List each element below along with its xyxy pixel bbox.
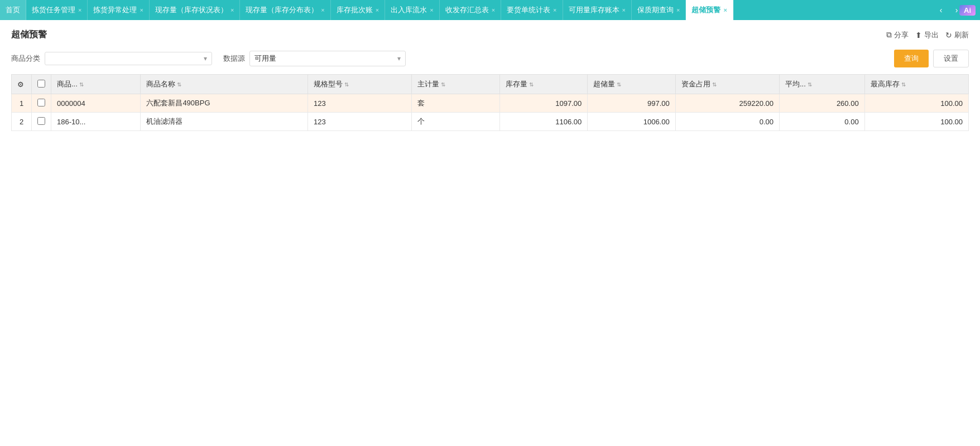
sort-avg-icon: ⇅ [808,81,812,88]
share-label: 分享 [894,30,909,40]
sort-maxstock-icon: ⇅ [901,81,906,88]
ai-badge[interactable]: Ai [959,5,976,16]
td-name-0: 六配套新昌490BPG [141,94,308,113]
th-checkbox[interactable] [32,75,51,94]
export-label: 导出 [924,30,939,40]
sort-capital[interactable]: 资金占用 ⇅ [681,79,717,89]
nav-close-icon-2[interactable]: × [140,7,143,13]
refresh-icon: ↻ [945,31,952,40]
gear-icon: ⚙ [17,80,24,89]
th-spec[interactable]: 规格型号 ⇅ [308,75,412,94]
row-checkbox-0[interactable] [37,99,45,106]
datasource-chevron-icon: ▾ [397,55,401,62]
nav-item-2[interactable]: 拣货异常处理 × [88,0,149,20]
header-actions: ⧉ 分享 ⬆ 导出 ↻ 刷新 [886,30,969,40]
sort-overflow[interactable]: 超储量 ⇅ [593,79,621,89]
nav-close-icon-6[interactable]: × [430,7,433,13]
td-index-0: 1 [12,94,32,113]
filter-group-datasource: 数据源 可用量 ▾ [223,51,406,66]
nav-item-9[interactable]: 可用量库存账本 × [563,0,632,20]
td-name-1: 机油滤清器 [141,113,308,131]
sort-maxstock[interactable]: 最高库存 ⇅ [871,79,906,89]
th-code[interactable]: 商品... ⇅ [51,75,141,94]
td-code-0: 0000004 [51,94,141,113]
td-overflow-0: 997.00 [588,94,675,113]
td-capital-0: 259220.00 [675,94,779,113]
table-header-row: ⚙ 商品... ⇅ 商品名称 ⇅ [12,75,969,94]
sort-avg[interactable]: 平均... ⇅ [785,79,812,89]
td-unit-1: 个 [412,113,499,131]
share-action[interactable]: ⧉ 分享 [886,30,909,40]
th-avg[interactable]: 平均... ⇅ [779,75,864,94]
sort-name[interactable]: 商品名称 ⇅ [146,79,181,89]
th-capital[interactable]: 资金占用 ⇅ [675,75,779,94]
category-select[interactable]: ▾ [45,52,212,65]
nav-prev-button[interactable]: ‹ [933,0,949,20]
th-code-label: 商品... [57,79,78,89]
datasource-label: 数据源 [223,54,245,64]
settings-button[interactable]: 设置 [933,50,969,67]
td-stock-1: 1106.00 [499,113,587,131]
main-content: 超储预警 ⧉ 分享 ⬆ 导出 ↻ 刷新 商品分类 ▾ 数据源 [0,20,980,446]
row-checkbox-1[interactable] [37,117,45,125]
th-stock[interactable]: 库存量 ⇅ [499,75,587,94]
th-overflow-label: 超储量 [593,79,615,89]
th-spec-label: 规格型号 [314,79,343,89]
td-spec-1: 123 [308,113,412,131]
td-avg-1: 0.00 [779,113,864,131]
sort-code-icon: ⇅ [79,81,84,88]
nav-item-4[interactable]: 现存量（库存分布表） × [240,0,330,20]
nav-item-6[interactable]: 出入库流水 × [385,0,439,20]
td-maxstock-0: 100.00 [864,94,968,113]
nav-item-3[interactable]: 现存量（库存状况表） × [150,0,240,20]
datasource-value: 可用量 [254,54,276,64]
export-icon: ⬆ [915,31,922,40]
th-name[interactable]: 商品名称 ⇅ [141,75,308,94]
select-all-checkbox[interactable] [37,80,45,88]
filter-actions: 查询 设置 [894,50,969,67]
category-chevron-icon: ▾ [204,55,207,62]
refresh-action[interactable]: ↻ 刷新 [945,30,969,40]
export-action[interactable]: ⬆ 导出 [915,30,939,40]
nav-item-0[interactable]: 首页 [0,0,26,20]
td-capital-1: 0.00 [675,113,779,131]
sort-code[interactable]: 商品... ⇅ [57,79,84,89]
nav-bar: 首页拣货任务管理 ×拣货异常处理 ×现存量（库存状况表） ×现存量（库存分布表）… [0,0,980,20]
sort-unit[interactable]: 主计量 ⇅ [417,79,445,89]
query-button[interactable]: 查询 [894,50,929,67]
sort-stock[interactable]: 库存量 ⇅ [506,79,534,89]
nav-item-7[interactable]: 收发存汇总表 × [440,0,501,20]
th-maxstock[interactable]: 最高库存 ⇅ [864,75,968,94]
nav-close-icon-9[interactable]: × [622,7,626,13]
table-row: 10000004六配套新昌490BPG123套1097.00997.002592… [12,94,969,113]
th-unit[interactable]: 主计量 ⇅ [412,75,499,94]
sort-stock-icon: ⇅ [529,81,534,88]
nav-item-1[interactable]: 拣货任务管理 × [26,0,88,20]
th-capital-label: 资金占用 [681,79,710,89]
datasource-select[interactable]: 可用量 ▾ [249,51,406,66]
refresh-label: 刷新 [954,30,969,40]
nav-item-8[interactable]: 要货单统计表 × [501,0,563,20]
th-unit-label: 主计量 [417,79,439,89]
nav-close-icon-3[interactable]: × [230,7,234,13]
nav-item-11[interactable]: 超储预警 × [686,0,733,20]
nav-close-icon-4[interactable]: × [321,7,324,13]
th-name-label: 商品名称 [146,79,175,89]
nav-item-5[interactable]: 库存批次账 × [331,0,385,20]
share-icon: ⧉ [886,30,892,40]
page-header: 超储预警 ⧉ 分享 ⬆ 导出 ↻ 刷新 [11,29,969,41]
nav-close-icon-10[interactable]: × [676,7,680,13]
nav-close-icon-11[interactable]: × [723,7,727,13]
th-stock-label: 库存量 [506,79,527,89]
nav-item-10[interactable]: 保质期查询 × [632,0,686,20]
nav-close-icon-5[interactable]: × [376,7,379,13]
td-checkbox-0[interactable] [32,94,51,113]
nav-close-icon-8[interactable]: × [553,7,556,13]
th-gear[interactable]: ⚙ [12,75,32,94]
nav-close-icon-1[interactable]: × [78,7,81,13]
sort-name-icon: ⇅ [177,81,181,88]
nav-close-icon-7[interactable]: × [492,7,495,13]
sort-spec[interactable]: 规格型号 ⇅ [314,79,349,89]
th-overflow[interactable]: 超储量 ⇅ [588,75,675,94]
td-checkbox-1[interactable] [32,113,51,131]
